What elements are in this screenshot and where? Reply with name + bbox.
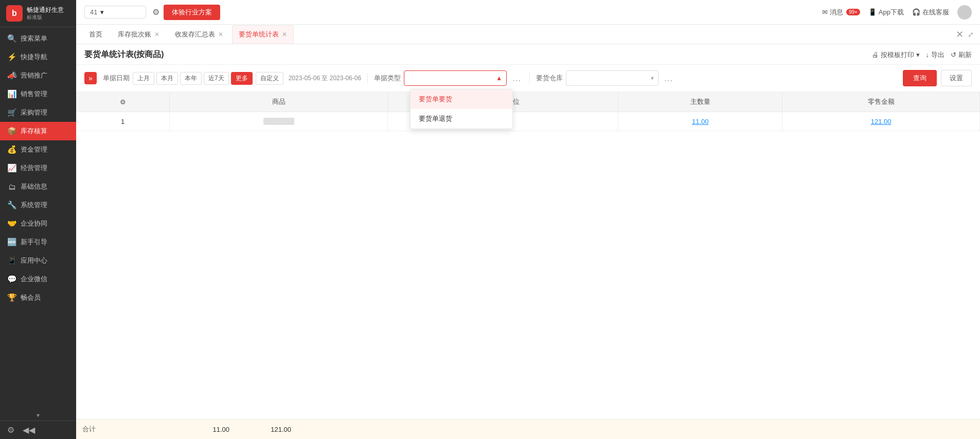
data-table: ⚙商品主计量单位主数量零售金额 1 块11.00121.00 — [76, 92, 980, 131]
maximize-icon[interactable]: ⤢ — [968, 30, 974, 39]
filter-divider-2 — [529, 73, 530, 83]
app-logo-icon: b — [6, 5, 23, 22]
col-header-0[interactable]: ⚙ — [76, 92, 170, 112]
close-tab-inventory-batch[interactable]: ✕ — [154, 31, 159, 38]
type-select-arrow: ▲ — [496, 75, 502, 82]
phone-icon: 📱 — [868, 8, 877, 16]
export-icon: ↓ — [926, 51, 930, 59]
print-icon: 🖨 — [872, 51, 879, 59]
sidebar-label-inventory: 库存核算 — [21, 126, 47, 136]
store-selector[interactable]: 41 ▾ — [84, 6, 146, 19]
sidebar-item-purchase[interactable]: 🛒采购管理 — [0, 103, 76, 122]
member-icon: 🏆 — [7, 293, 16, 302]
filter-expand-button[interactable]: » — [84, 72, 97, 84]
guide-icon: 🆕 — [7, 237, 16, 247]
sidebar-item-finance[interactable]: 💰资金管理 — [0, 140, 76, 159]
close-tab-receive-summary[interactable]: ✕ — [218, 31, 223, 38]
date-more-btn[interactable]: 更多 — [231, 72, 253, 85]
user-avatar[interactable] — [957, 5, 972, 20]
close-tab-order-stats[interactable]: ✕ — [282, 31, 287, 38]
messages-label: 消息 — [830, 8, 843, 17]
warehouse-more-btn[interactable]: … — [662, 73, 675, 84]
table-row: 1 块11.00121.00 — [76, 112, 980, 131]
tab-receive-summary[interactable]: 收发存汇总表✕ — [168, 25, 230, 44]
sidebar-label-member: 畅会员 — [21, 293, 41, 302]
operation-icon: 📈 — [7, 163, 16, 173]
export-button[interactable]: ↓ 导出 — [926, 50, 945, 60]
page-title: 要货单统计表(按商品) — [84, 49, 164, 60]
tab-order-stats[interactable]: 要货单统计表✕ — [232, 25, 294, 44]
sidebar-logo: b 畅捷通好生意 标准版 — [0, 0, 76, 27]
filter-more-btn[interactable]: … — [510, 73, 523, 84]
topbar-left: 41 ▾ ⚙ 体验行业方案 — [84, 5, 822, 20]
tab-home[interactable]: 首页 — [82, 25, 109, 44]
date-custom-btn[interactable]: 自定义 — [256, 72, 283, 85]
cell-quantity[interactable]: 11.00 — [618, 112, 782, 131]
base-icon: 🗂 — [7, 182, 16, 191]
shortcut-icon: ⚡ — [7, 52, 16, 62]
sidebar-label-shortcut: 快捷导航 — [21, 52, 47, 62]
settings-icon[interactable]: ⚙ — [7, 425, 14, 435]
sidebar-label-enterprise: 企业协同 — [21, 219, 47, 228]
tab-label-home: 首页 — [89, 30, 102, 39]
app-download-item[interactable]: 📱 App下载 — [868, 8, 904, 17]
sidebar-footer: ⚙ ◀◀ — [0, 420, 76, 439]
close-all-tabs-icon[interactable]: ✕ — [956, 29, 964, 40]
type-option-order-return[interactable]: 要货单退货 — [411, 109, 512, 129]
tabs-right: ✕ ⤢ — [956, 29, 974, 40]
cell-seq: 1 — [76, 112, 170, 131]
refresh-icon: ↺ — [951, 51, 956, 59]
sidebar-item-marketing[interactable]: 📣营销推广 — [0, 66, 76, 85]
sidebar-label-system: 系统管理 — [21, 200, 47, 210]
type-option-order-purchase[interactable]: 要货单要货 — [411, 89, 512, 109]
sidebar-item-shortcut[interactable]: ⚡快捷导航 — [0, 48, 76, 66]
settings-button[interactable]: 设置 — [941, 70, 972, 86]
sidebar-item-search[interactable]: 🔍搜索菜单 — [0, 29, 76, 48]
date-this-month-btn[interactable]: 本月 — [156, 72, 178, 85]
sidebar-item-inventory[interactable]: 📦库存核算 — [0, 122, 76, 140]
message-icon: ✉ — [822, 8, 828, 16]
sidebar-item-enterprise[interactable]: 🤝企业协同 — [0, 214, 76, 233]
date-this-year-btn[interactable]: 本年 — [180, 72, 202, 85]
tab-inventory-batch[interactable]: 库存批次账✕ — [111, 25, 166, 44]
sidebar-item-apps[interactable]: 📱应用中心 — [0, 251, 76, 270]
sidebar-item-system[interactable]: 🔧系统管理 — [0, 196, 76, 214]
sidebar-item-wechat[interactable]: 💬企业微信 — [0, 270, 76, 288]
topbar-gear-icon[interactable]: ⚙ — [152, 7, 159, 17]
sidebar-label-base: 基础信息 — [21, 182, 47, 191]
table-area: ⚙商品主计量单位主数量零售金额 1 块11.00121.00 合计 11.00 … — [76, 92, 980, 439]
col-header-1: 商品 — [170, 92, 388, 112]
sidebar-item-member[interactable]: 🏆畅会员 — [0, 288, 76, 307]
sidebar-label-apps: 应用中心 — [21, 256, 47, 265]
page-header: 要货单统计表(按商品) 🖨 按模板打印 ▾ ↓ 导出 ↺ 刷新 — [76, 44, 980, 65]
sidebar-scroll-down[interactable]: ▾ — [0, 410, 76, 420]
query-button[interactable]: 查询 — [903, 70, 937, 86]
page-content: 要货单统计表(按商品) 🖨 按模板打印 ▾ ↓ 导出 ↺ 刷新 » — [76, 44, 980, 439]
online-service-item[interactable]: 🎧 在线客服 — [912, 8, 949, 17]
sidebar-label-wechat: 企业微信 — [21, 275, 47, 284]
footer-amount: 121.00 — [250, 426, 291, 433]
type-dropdown: 要货单要货要货单退货 — [410, 89, 513, 129]
refresh-button[interactable]: ↺ 刷新 — [951, 50, 972, 60]
print-template-button[interactable]: 🖨 按模板打印 ▾ — [872, 50, 920, 60]
messages-item[interactable]: ✉ 消息 99+ — [822, 8, 860, 17]
product-name — [263, 118, 294, 125]
sidebar-label-marketing: 营销推广 — [21, 71, 47, 80]
sidebar-item-sales[interactable]: 📊销售管理 — [0, 85, 76, 103]
trial-button[interactable]: 体验行业方案 — [164, 5, 220, 20]
cell-amount[interactable]: 121.00 — [782, 112, 980, 131]
tab-label-receive-summary: 收发存汇总表 — [175, 30, 215, 39]
col-header-3: 主数量 — [618, 92, 782, 112]
sidebar-item-guide[interactable]: 🆕新手引导 — [0, 233, 76, 251]
sidebar-item-base[interactable]: 🗂基础信息 — [0, 177, 76, 196]
sidebar-item-operation[interactable]: 📈经营管理 — [0, 159, 76, 177]
warehouse-select-arrow: ▾ — [651, 75, 654, 82]
filter-date-group: 单据日期 上月 本月 本年 近7天 更多 自定义 2023-05-06 至 20… — [103, 72, 361, 85]
type-filter-select[interactable]: ▲ — [404, 70, 507, 86]
marketing-icon: 📣 — [7, 71, 16, 80]
date-prev-month-btn[interactable]: 上月 — [133, 72, 154, 85]
collapse-icon[interactable]: ◀◀ — [23, 425, 35, 435]
wechat-icon: 💬 — [7, 275, 16, 284]
warehouse-filter-select[interactable]: ▾ — [566, 70, 658, 86]
date-recent-7-btn[interactable]: 近7天 — [204, 72, 229, 85]
